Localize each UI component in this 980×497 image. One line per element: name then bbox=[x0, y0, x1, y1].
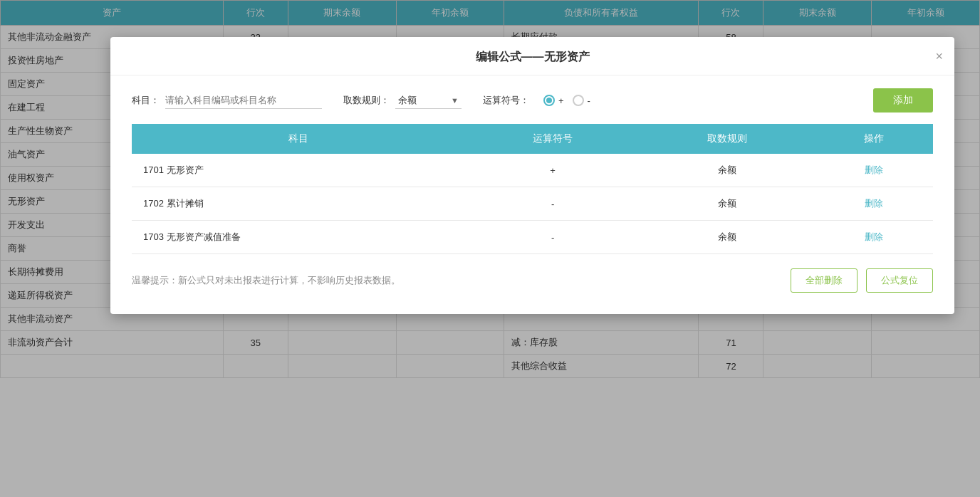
col-header-action: 操作 bbox=[814, 124, 933, 154]
operator-minus-radio[interactable]: - bbox=[573, 95, 590, 106]
subject-label: 科目： bbox=[132, 94, 160, 107]
row1-subject: 1701 无形资产 bbox=[132, 154, 466, 187]
subject-input[interactable] bbox=[165, 92, 322, 109]
radio-minus-icon bbox=[573, 95, 584, 106]
delete-row1-button[interactable]: 删除 bbox=[865, 164, 883, 177]
operator-label: 运算符号： bbox=[483, 94, 529, 107]
modal-footer: 温馨提示：新公式只对未出报表进行计算，不影响历史报表数据。 全部删除 公式复位 bbox=[110, 254, 954, 293]
operator-minus-label: - bbox=[588, 95, 590, 106]
col-header-subject: 科目 bbox=[132, 124, 466, 154]
row1-action: 删除 bbox=[814, 154, 933, 187]
delete-all-button[interactable]: 全部删除 bbox=[791, 268, 858, 293]
row1-rule: 余额 bbox=[640, 154, 814, 187]
row1-operator: + bbox=[466, 154, 640, 187]
reset-formula-button[interactable]: 公式复位 bbox=[866, 268, 933, 293]
rule-section: 取数规则： 余额 借方 贷方 借方发生额 贷方发生额 ▼ bbox=[343, 92, 462, 109]
row3-subject: 1703 无形资产减值准备 bbox=[132, 221, 466, 254]
row3-action: 删除 bbox=[814, 221, 933, 254]
formula-form: 科目： 取数规则： 余额 借方 贷方 借方发生额 贷方发生额 ▼ 运算符号： + bbox=[110, 75, 954, 124]
footer-buttons: 全部删除 公式复位 bbox=[791, 268, 933, 293]
formula-row: 1703 无形资产减值准备 - 余额 删除 bbox=[132, 221, 933, 254]
row2-action: 删除 bbox=[814, 187, 933, 221]
formula-table-wrap: 科目 运算符号 取数规则 操作 1701 无形资产 + 余额 删除 1702 累… bbox=[110, 124, 954, 254]
col-header-rule: 取数规则 bbox=[640, 124, 814, 154]
edit-formula-modal: 编辑公式——无形资产 × 科目： 取数规则： 余额 借方 贷方 借方发生额 贷方… bbox=[110, 37, 954, 314]
col-header-operator: 运算符号 bbox=[466, 124, 640, 154]
operator-plus-radio[interactable]: + bbox=[543, 95, 564, 106]
row2-rule: 余额 bbox=[640, 187, 814, 221]
footer-tip-text: 温馨提示：新公式只对未出报表进行计算，不影响历史报表数据。 bbox=[132, 274, 400, 287]
modal-close-button[interactable]: × bbox=[935, 50, 943, 63]
row3-rule: 余额 bbox=[640, 221, 814, 254]
add-button[interactable]: 添加 bbox=[873, 88, 933, 113]
delete-row3-button[interactable]: 删除 bbox=[865, 231, 883, 244]
delete-row2-button[interactable]: 删除 bbox=[865, 197, 883, 210]
rule-select[interactable]: 余额 借方 贷方 借方发生额 贷方发生额 bbox=[395, 92, 462, 109]
radio-plus-icon bbox=[543, 95, 555, 106]
row2-subject: 1702 累计摊销 bbox=[132, 187, 466, 221]
modal-header: 编辑公式——无形资产 × bbox=[110, 37, 954, 75]
operator-section: 运算符号： + - bbox=[483, 94, 590, 107]
row3-operator: - bbox=[466, 221, 640, 254]
formula-row: 1701 无形资产 + 余额 删除 bbox=[132, 154, 933, 187]
formula-table: 科目 运算符号 取数规则 操作 1701 无形资产 + 余额 删除 1702 累… bbox=[132, 124, 933, 254]
row2-operator: - bbox=[466, 187, 640, 221]
operator-plus-label: + bbox=[558, 95, 564, 106]
rule-select-wrap: 余额 借方 贷方 借方发生额 贷方发生额 ▼ bbox=[395, 92, 462, 109]
formula-row: 1702 累计摊销 - 余额 删除 bbox=[132, 187, 933, 221]
rule-label: 取数规则： bbox=[343, 94, 390, 107]
modal-title: 编辑公式——无形资产 bbox=[476, 50, 590, 65]
